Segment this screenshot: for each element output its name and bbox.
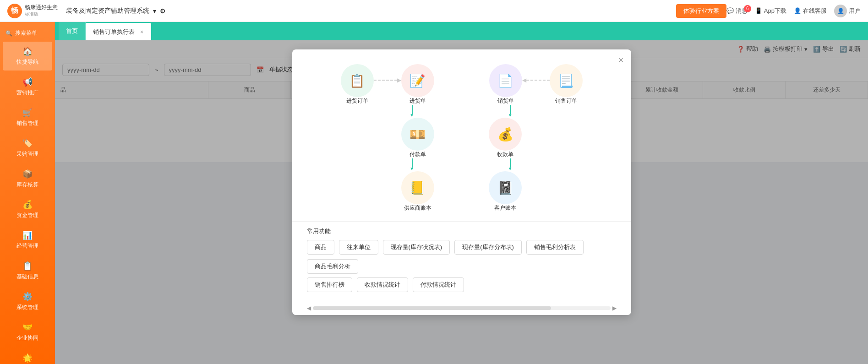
flow-node-sales-bill[interactable]: 📄 [489,64,522,97]
scroll-right-arrow[interactable]: ▶ [612,305,617,311]
supplier-ledger-label: 供应商账本 [404,204,431,212]
user-label: 用户 [849,7,861,15]
flow-diagram: 📋 进货订单 ▶ [292,49,631,221]
search-menu-item[interactable]: 🔍 搜索菜单 [0,26,55,41]
func-btn-sales-profit[interactable]: 销售毛利分析表 [526,240,584,255]
flow-node-receipt-bill[interactable]: 💰 [489,118,522,151]
sales-icon: 🛒 [22,108,33,118]
sidebar-item-collab[interactable]: 🤝 企业协同 [3,318,52,347]
sidebar-item-label: 营销推广 [16,89,38,97]
main-layout: 🔍 搜索菜单 🏠 快捷导航 📢 营销推广 🛒 销售管理 🏷️ 采购管理 📦 库存… [0,22,868,364]
sidebar-item-operation[interactable]: 📊 经营管理 [3,226,52,255]
online-service-label: 在线客服 [803,7,827,15]
guide-icon: 🌟 [22,353,33,363]
func-btn-stock-status[interactable]: 现存量(库存状况表) [383,240,450,255]
flow-node-supplier-ledger[interactable]: 📒 [401,171,434,204]
tab-sales-exec-label: 销售订单执行表 [93,28,135,36]
tab-home-label: 首页 [66,27,78,35]
func-btn-receipt-stats[interactable]: 收款情况统计 [357,277,408,292]
header-right: 💬 6 消息 📱 App下载 👤 在线客服 👤 用户 [726,5,861,17]
message-badge: 6 [744,5,751,12]
modal-overlay[interactable]: × 📋 进货订单 [55,40,868,364]
flow-node-sales-order[interactable]: 📃 [550,64,583,97]
receipt-bill-label: 收款单 [497,151,513,158]
modal-close-button[interactable]: × [618,55,624,65]
customer-ledger-label: 客户账本 [494,204,516,212]
home-icon: 🏠 [22,46,33,56]
tab-close-icon[interactable]: × [140,29,143,35]
receipt-bill-icon: 💰 [497,127,513,142]
purchase-bill-icon: 📝 [409,73,426,88]
flow-col-payment-bill: 💴 付款单 [401,118,434,158]
flow-col-receipt-bill: 💰 收款单 [489,118,522,158]
sidebar-item-label: 企业协同 [16,334,38,342]
sidebar-item-label: 基础信息 [16,273,38,281]
trial-button[interactable]: 体验行业方案 [676,4,726,18]
mobile-icon: 📱 [755,7,762,14]
scroll-hint: ◀ ▶ [292,305,631,315]
flow-node-payment-bill[interactable]: 💴 [401,118,434,151]
sidebar-item-inventory[interactable]: 📦 库存核算 [3,164,52,193]
flow-node-purchase-order[interactable]: 📋 [341,64,374,97]
sidebar-item-finance[interactable]: 💰 资金管理 [3,195,52,224]
app-download-button[interactable]: 📱 App下载 [755,7,786,15]
func-row-1: 商品 往来单位 现存量(库存状况表) 现存量(库存分布表) 销售毛利分析表 商品… [307,240,617,274]
system-icon: ⚙️ [22,292,33,302]
sidebar: 🔍 搜索菜单 🏠 快捷导航 📢 营销推广 🛒 销售管理 🏷️ 采购管理 📦 库存… [0,22,55,364]
scroll-left-arrow[interactable]: ◀ [307,305,311,311]
settings-icon[interactable]: ⚙ [160,7,166,15]
payment-bill-label: 付款单 [409,151,426,158]
sidebar-item-system[interactable]: ⚙️ 系统管理 [3,287,52,316]
func-btn-stock-dist[interactable]: 现存量(库存分布表) [454,240,522,255]
system-name-label: 装备及固定资产辅助管理系统 [66,7,149,15]
purchase-icon: 🏷️ [22,138,33,148]
func-btn-product[interactable]: 商品 [307,240,334,255]
title-dropdown-icon[interactable]: ▾ [153,7,156,15]
message-button[interactable]: 💬 6 消息 [726,7,748,15]
sidebar-item-label: 库存核算 [16,181,38,189]
scroll-track[interactable] [313,306,611,310]
online-service-button[interactable]: 👤 在线客服 [794,7,827,15]
app-name: 畅康通好生意 [25,4,58,11]
content-area: 首页 销售订单执行表 × ❓ 帮助 🖨️ 按模板打印 ▾ [55,22,868,364]
sidebar-item-label: 系统管理 [16,304,38,311]
payment-bill-icon: 💴 [409,127,426,142]
func-btn-product-profit[interactable]: 商品毛利分析 [307,259,358,274]
logo-icon: 畅 [7,4,22,18]
operation-icon: 📊 [22,230,33,240]
sidebar-item-sales[interactable]: 🛒 销售管理 [3,103,52,132]
service-icon: 👤 [794,7,801,14]
tab-sales-exec[interactable]: 销售订单执行表 × [86,23,151,41]
user-profile[interactable]: 👤 用户 [834,5,861,17]
basic-icon: 📋 [22,261,33,271]
flow-node-customer-ledger[interactable]: 📓 [489,171,522,204]
func-btn-payment-stats[interactable]: 付款情况统计 [413,277,464,292]
flow-modal: × 📋 进货订单 [292,49,631,315]
flow-node-purchase-bill[interactable]: 📝 [401,64,434,97]
flow-col-supplier-ledger: 📒 供应商账本 [401,171,434,212]
sidebar-item-basic[interactable]: 📋 基础信息 [3,256,52,285]
sales-bill-icon: 📄 [497,73,513,88]
flow-col-customer-ledger: 📓 客户账本 [489,171,522,212]
sidebar-item-label: 销售管理 [16,120,38,127]
sidebar-item-guide[interactable]: 🌟 新手引导 [3,348,52,364]
inventory-icon: 📦 [22,169,33,179]
scroll-thumb [313,306,551,310]
func-btn-sales-rank[interactable]: 销售排行榜 [307,277,352,292]
app-download-label: App下载 [764,7,786,15]
sidebar-item-marketing[interactable]: 📢 营销推广 [3,72,52,101]
common-func-title: 常用功能 [307,227,617,235]
tab-home[interactable]: 首页 [59,22,86,40]
flow-col-sales-bill: 📄 销货单 [489,64,522,105]
search-menu-label: 搜索菜单 [15,29,37,37]
sidebar-item-purchase[interactable]: 🏷️ 采购管理 [3,134,52,163]
marketing-icon: 📢 [22,77,33,87]
flow-col-purchase-order: 📋 进货订单 [341,64,374,105]
sidebar-item-quick-nav[interactable]: 🏠 快捷导航 [3,42,52,71]
func-row-2: 销售排行榜 收款情况统计 付款情况统计 [307,277,617,292]
func-btn-counterpart[interactable]: 往来单位 [339,240,378,255]
logo-text-block: 畅康通好生意 标准版 [25,4,58,18]
app-version: 标准版 [25,11,58,17]
supplier-ledger-icon: 📒 [409,180,426,196]
system-title: 装备及固定资产辅助管理系统 ▾ ⚙ [66,7,671,15]
